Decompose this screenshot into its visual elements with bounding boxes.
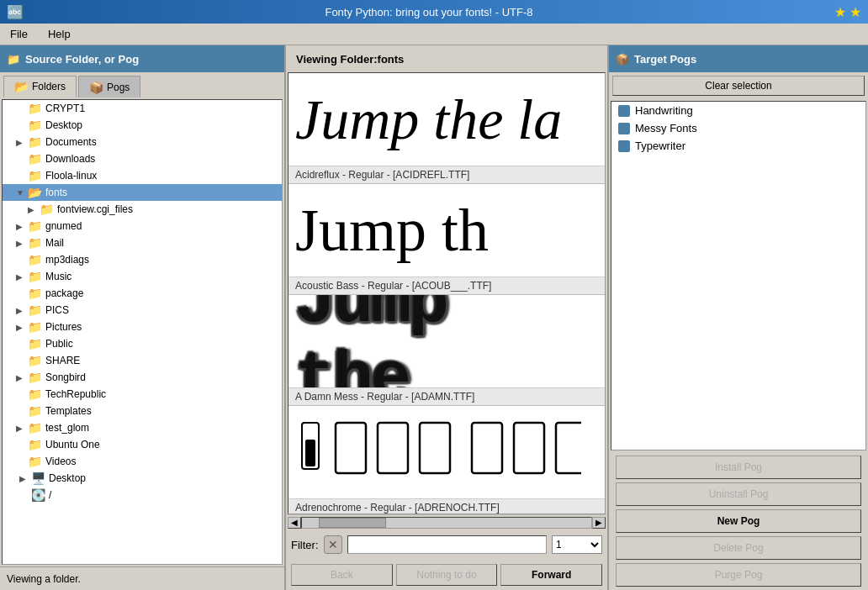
hscroll-left-arrow[interactable]: ◀: [288, 517, 301, 529]
folder-icon-pictures: 📁: [28, 320, 42, 334]
tree-label-documents: Documents: [45, 136, 97, 148]
tree-item-desktop[interactable]: 📁 Desktop: [3, 117, 282, 134]
font-entry-a-damn-mess[interactable]: Jump the A Damn Mess - Regular - [ADAMN.…: [288, 295, 605, 406]
tree-label-videos: Videos: [45, 456, 76, 467]
arrow-mail: ▶: [16, 239, 28, 248]
menu-file[interactable]: File: [3, 26, 34, 42]
nothing-to-do-button[interactable]: Nothing to do: [396, 564, 498, 586]
arrow-fontview: ▶: [28, 205, 40, 214]
tree-item-downloads[interactable]: 📁 Downloads: [3, 150, 282, 167]
arrow-documents: ▶: [16, 138, 28, 147]
tree-item-share[interactable]: 📁 SHARE: [3, 352, 282, 369]
tree-item-songbird[interactable]: ▶ 📁 Songbird: [3, 369, 282, 386]
tree-item-videos[interactable]: 📁 Videos: [3, 453, 282, 470]
install-pog-button[interactable]: Install Pog: [616, 456, 861, 479]
font-preview-acoustic-bass: Jump th: [288, 184, 605, 277]
tree-label-mp3diags: mp3diags: [45, 254, 89, 266]
tree-item-fontview[interactable]: ▶ 📁 fontview.cgi_files: [3, 201, 282, 218]
new-pog-button[interactable]: New Pog: [616, 509, 861, 533]
font-entry-adrenochrome[interactable]: Adrenochrome - Regular - [ADRENOCH.TTF]: [288, 406, 605, 514]
folders-tab-icon: 📂: [14, 80, 29, 93]
tree-item-package[interactable]: 📁 package: [3, 285, 282, 302]
tree-item-ubuntu-one[interactable]: 📁 Ubuntu One: [3, 436, 282, 453]
left-panel-title: Source Folder, or Pog: [25, 53, 139, 66]
tree-item-techrepublic[interactable]: 📁 TechRepublic: [3, 386, 282, 403]
delete-pog-button[interactable]: Delete Pog: [616, 536, 861, 560]
forward-button[interactable]: Forward: [500, 564, 602, 586]
tree-item-documents[interactable]: ▶ 📁 Documents: [3, 134, 282, 150]
font-label-adrenochrome: Adrenochrome - Regular - [ADRENOCH.TTF]: [288, 498, 605, 514]
tree-label-pictures: Pictures: [45, 321, 82, 333]
folder-icon-gnumed: 📁: [28, 219, 42, 233]
hscroll-track[interactable]: [301, 517, 592, 529]
clear-selection-button[interactable]: Clear selection: [612, 76, 865, 96]
font-label-acidreflux: Acidreflux - Regular - [ACIDREFL.TTF]: [288, 166, 605, 183]
tree-item-desktop-root[interactable]: ▶ 🖥️ Desktop: [3, 470, 282, 487]
menu-help[interactable]: Help: [41, 26, 77, 42]
middle-panel: Viewing Folder:fonts Jump the la Acidref…: [286, 45, 607, 590]
filter-count-spinner[interactable]: 1 2 3: [552, 535, 602, 554]
font-entry-acidreflux[interactable]: Jump the la Acidreflux - Regular - [ACID…: [288, 73, 605, 184]
right-panel-title: Target Pogs: [634, 53, 696, 66]
tree-label-ubuntu-one: Ubuntu One: [45, 439, 100, 450]
folder-icon-mp3diags: 📁: [28, 253, 42, 266]
tree-item-mail[interactable]: ▶ 📁 Mail: [3, 234, 282, 251]
tree-item-pictures[interactable]: ▶ 📁 Pictures: [3, 319, 282, 335]
arrow-pictures: ▶: [16, 323, 28, 332]
tab-folders[interactable]: 📂 Folders: [3, 76, 77, 97]
filter-clear-button[interactable]: ✕: [324, 535, 342, 554]
navigation-bar: Back Nothing to do Forward: [286, 560, 607, 590]
tree-item-floola[interactable]: 📁 Floola-linux: [3, 167, 282, 184]
horizontal-scrollbar[interactable]: ◀ ▶: [286, 514, 607, 529]
tree-item-test-glom[interactable]: ▶ 📁 test_glom: [3, 419, 282, 436]
svg-rect-1: [305, 440, 315, 466]
right-panel: 📦 Target Pogs Clear selection Handwritin…: [607, 45, 868, 590]
tree-label-gnumed: gnumed: [45, 220, 82, 232]
tree-item-fonts[interactable]: ▼ 📂 fonts: [3, 184, 282, 201]
folder-icon-floola: 📁: [28, 169, 42, 182]
tree-item-templates[interactable]: 📁 Templates: [3, 403, 282, 419]
folder-icon-crypt1: 📁: [28, 102, 42, 115]
tree-label-public: Public: [45, 338, 73, 350]
tab-pogs[interactable]: 📦 Pogs: [78, 76, 140, 97]
font-list[interactable]: Jump the la Acidreflux - Regular - [ACID…: [288, 72, 606, 514]
svg-rect-4: [420, 423, 450, 473]
tree-item-public[interactable]: 📁 Public: [3, 335, 282, 352]
hscroll-right-arrow[interactable]: ▶: [592, 517, 606, 529]
pog-item-handwriting[interactable]: Handwriting: [611, 102, 865, 119]
folder-tree[interactable]: 📁 CRYPT1 📁 Desktop ▶ 📁 Documents 📁 Downl…: [2, 99, 283, 565]
uninstall-pog-button[interactable]: Uninstall Pog: [616, 482, 861, 506]
tree-item-root[interactable]: 💽 /: [3, 487, 282, 503]
adrenochrome-svg: [295, 414, 581, 490]
tree-label-templates: Templates: [45, 405, 92, 417]
tree-item-crypt1[interactable]: 📁 CRYPT1: [3, 100, 282, 117]
tree-item-mp3diags[interactable]: 📁 mp3diags: [3, 251, 282, 268]
tree-label-test-glom: test_glom: [45, 422, 89, 434]
font-label-acoustic-bass: Acoustic Bass - Regular - [ACOUB___.TTF]: [288, 277, 605, 294]
folder-icon-techrepublic: 📁: [28, 387, 42, 401]
pog-label-typewriter: Typewriter: [635, 140, 685, 152]
status-text: Viewing a folder.: [7, 573, 81, 585]
tree-item-pics[interactable]: ▶ 📁 PICS: [3, 302, 282, 319]
filter-input[interactable]: [347, 535, 548, 554]
arrow-fonts: ▼: [16, 188, 28, 198]
tree-item-gnumed[interactable]: ▶ 📁 gnumed: [3, 218, 282, 234]
main-area: 📁 Source Folder, or Pog 📂 Folders 📦 Pogs…: [0, 45, 868, 590]
purge-pog-button[interactable]: Purge Pog: [616, 563, 861, 587]
pog-item-messy-fonts[interactable]: Messy Fonts: [611, 119, 865, 137]
arrow-test-glom: ▶: [16, 424, 28, 433]
filter-count-select[interactable]: 1 2 3: [553, 538, 601, 551]
pog-item-typewriter[interactable]: Typewriter: [611, 137, 865, 155]
folder-icon-downloads: 📁: [28, 152, 42, 166]
pog-label-messy-fonts: Messy Fonts: [635, 122, 697, 134]
tree-label-music: Music: [45, 271, 71, 282]
font-entry-acoustic-bass[interactable]: Jump th Acoustic Bass - Regular - [ACOUB…: [288, 184, 605, 295]
font-preview-a-damn-mess: Jump the: [288, 295, 605, 387]
folder-icon-root: 💽: [31, 488, 45, 502]
tree-item-music[interactable]: ▶ 📁 Music: [3, 268, 282, 285]
folders-tab-label: Folders: [32, 81, 66, 92]
hscroll-thumb[interactable]: [319, 518, 386, 528]
target-pogs-icon: 📦: [616, 53, 629, 66]
tree-label-desktop-root: Desktop: [49, 472, 86, 484]
back-button[interactable]: Back: [291, 564, 393, 586]
